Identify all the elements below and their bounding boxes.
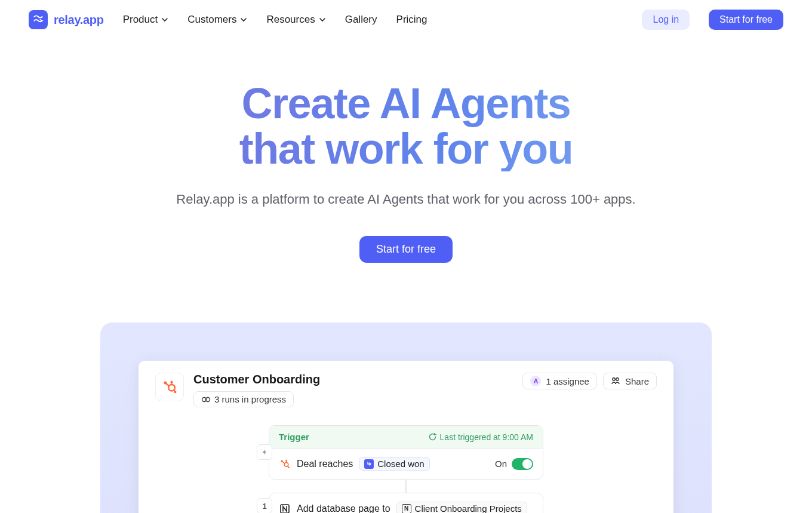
runs-icon	[201, 395, 211, 404]
svg-point-10	[616, 378, 619, 380]
start-free-hero-button[interactable]: Start for free	[359, 236, 453, 263]
login-button[interactable]: Log in	[642, 10, 690, 30]
runs-in-progress-badge[interactable]: 3 runs in progress	[193, 391, 294, 407]
connector-line	[405, 480, 407, 493]
trigger-node[interactable]: Trigger Last triggered at 9:00 AM Deal r…	[269, 425, 543, 480]
enter-icon	[364, 459, 374, 469]
workflow-title: Customer Onboarding	[193, 373, 513, 386]
logo[interactable]: relay.app	[29, 10, 104, 29]
chevron-down-icon	[319, 16, 326, 23]
notion-icon	[279, 503, 291, 513]
hero-headline: Create AI Agents that work for you	[12, 81, 800, 171]
notion-db-chip: N Client Onboarding Projects	[396, 502, 527, 513]
logo-text: relay.app	[54, 13, 104, 27]
hero-subtitle: Relay.app is a platform to create AI Age…	[12, 192, 800, 207]
assignee-pill[interactable]: A 1 assignee	[522, 373, 597, 389]
svg-line-17	[288, 466, 288, 467]
trigger-step-badge	[257, 444, 272, 460]
svg-line-6	[174, 390, 174, 391]
closed-won-chip: Closed won	[359, 457, 429, 471]
refresh-icon	[428, 433, 436, 441]
nav-pricing[interactable]: Pricing	[396, 14, 427, 26]
logo-icon	[29, 10, 48, 29]
video-preview-frame: Customer Onboarding 3 runs in progress A…	[100, 322, 712, 513]
trigger-toggle[interactable]	[512, 458, 533, 470]
hubspot-small-icon	[279, 458, 291, 470]
bolt-icon	[261, 449, 268, 456]
nav-resources[interactable]: Resources	[266, 14, 325, 26]
nav-customers[interactable]: Customers	[187, 14, 247, 26]
nav-gallery[interactable]: Gallery	[345, 14, 377, 26]
chevron-down-icon	[240, 16, 247, 23]
svg-point-9	[613, 378, 615, 380]
step-1-node[interactable]: Add database page to N Client Onboarding…	[269, 493, 543, 513]
chevron-down-icon	[161, 16, 168, 23]
step-1-badge: 1	[257, 498, 272, 513]
assignee-avatar: A	[530, 376, 541, 386]
trigger-time: Last triggered at 9:00 AM	[428, 432, 533, 442]
nav-product[interactable]: Product	[123, 14, 169, 26]
svg-line-15	[282, 462, 285, 463]
trigger-label: Trigger	[279, 432, 309, 442]
start-free-nav-button[interactable]: Start for free	[709, 10, 783, 30]
notion-chip-icon: N	[402, 504, 411, 513]
toggle-label: On	[495, 459, 507, 469]
hubspot-icon	[155, 373, 184, 401]
share-icon	[611, 376, 620, 386]
share-button[interactable]: Share	[603, 373, 657, 389]
